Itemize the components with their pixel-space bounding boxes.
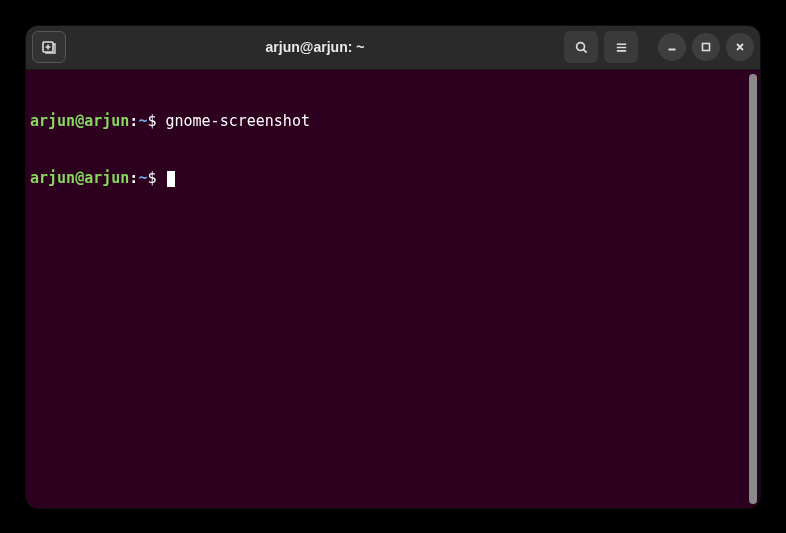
maximize-icon	[700, 41, 712, 53]
search-button[interactable]	[564, 31, 598, 63]
svg-point-1	[576, 42, 584, 50]
minimize-icon	[666, 41, 678, 53]
titlebar-left	[32, 31, 66, 63]
terminal-cursor	[167, 171, 175, 187]
prompt-dollar: $	[147, 169, 165, 187]
new-tab-button[interactable]	[32, 31, 66, 63]
terminal-body[interactable]: arjun@arjun:~$ gnome-screenshot arjun@ar…	[26, 70, 760, 508]
close-button[interactable]	[726, 33, 754, 61]
scrollbar[interactable]	[748, 74, 758, 504]
search-icon	[574, 40, 589, 55]
prompt-dollar: $	[147, 112, 165, 130]
maximize-button[interactable]	[692, 33, 720, 61]
prompt-user-host: arjun@arjun	[30, 112, 129, 130]
titlebar: arjun@arjun: ~	[26, 26, 760, 70]
terminal-window: arjun@arjun: ~	[26, 26, 760, 508]
window-title: arjun@arjun: ~	[66, 39, 564, 55]
terminal-content[interactable]: arjun@arjun:~$ gnome-screenshot arjun@ar…	[28, 74, 748, 504]
terminal-line: arjun@arjun:~$	[30, 169, 746, 188]
command-text: gnome-screenshot	[165, 112, 310, 130]
titlebar-right	[564, 31, 754, 63]
svg-rect-2	[703, 44, 710, 51]
scrollbar-thumb[interactable]	[749, 74, 757, 504]
hamburger-menu-icon	[614, 40, 629, 55]
prompt-user-host: arjun@arjun	[30, 169, 129, 187]
minimize-button[interactable]	[658, 33, 686, 61]
terminal-line: arjun@arjun:~$ gnome-screenshot	[30, 112, 746, 131]
menu-button[interactable]	[604, 31, 638, 63]
close-icon	[734, 41, 746, 53]
new-tab-icon	[41, 39, 57, 55]
